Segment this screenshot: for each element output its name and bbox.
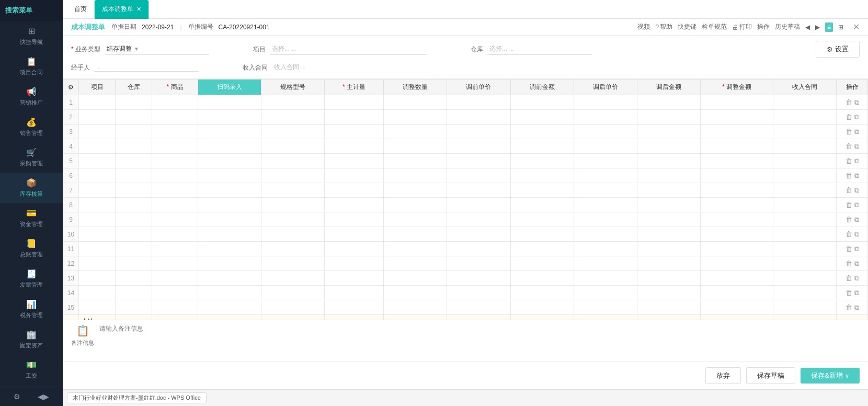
delete-row-btn[interactable]: 🗑 xyxy=(846,260,852,268)
cell-before-price[interactable] xyxy=(447,183,510,198)
cell-after-amount[interactable] xyxy=(637,242,701,256)
cell-after-price[interactable] xyxy=(574,227,637,242)
copy-row-btn[interactable]: ⧉ xyxy=(854,216,859,224)
cell-unit[interactable] xyxy=(325,256,384,271)
cell-before-amount[interactable] xyxy=(510,212,574,227)
cell-after-amount[interactable] xyxy=(637,227,701,242)
cell-unit[interactable] xyxy=(325,271,384,286)
cell-project[interactable] xyxy=(79,110,116,125)
cell-adjust-qty[interactable] xyxy=(383,227,447,242)
cell-warehouse[interactable] xyxy=(116,242,152,256)
delete-row-btn[interactable]: 🗑 xyxy=(846,289,852,297)
cell-before-price[interactable] xyxy=(447,139,510,154)
print-btn[interactable]: 🖨 打印 xyxy=(732,22,752,31)
cell-scan[interactable] xyxy=(198,168,261,183)
cell-spec[interactable] xyxy=(261,183,324,198)
cell-warehouse[interactable] xyxy=(116,271,152,286)
cell-adjust-amount[interactable] xyxy=(701,198,773,212)
cell-product[interactable] xyxy=(152,168,198,183)
sidebar-item-invoice[interactable]: 🧾发票管理 xyxy=(0,264,63,294)
notes-input[interactable] xyxy=(99,324,860,339)
cell-adjust-amount[interactable] xyxy=(701,183,773,198)
cell-scan[interactable] xyxy=(198,271,261,286)
business-type-value[interactable]: 结存调整 ▼ xyxy=(105,43,209,55)
cell-spec[interactable] xyxy=(261,286,324,300)
cell-adjust-amount[interactable] xyxy=(701,125,773,139)
delete-row-btn[interactable]: 🗑 xyxy=(846,172,852,180)
sidebar-logo[interactable]: 搜索菜单 xyxy=(0,0,63,21)
settings-icon[interactable]: ⚙ xyxy=(14,392,20,401)
cell-before-price[interactable] xyxy=(447,256,510,271)
cell-scan[interactable] xyxy=(198,242,261,256)
sidebar-item-tax[interactable]: 📊税务管理 xyxy=(0,294,63,324)
cell-income-contract[interactable] xyxy=(773,125,836,139)
shortcut-btn[interactable]: 快捷键 xyxy=(678,22,696,31)
cell-income-contract[interactable] xyxy=(773,139,836,154)
cell-product[interactable] xyxy=(152,212,198,227)
tab-close-icon[interactable]: ✕ xyxy=(136,6,141,13)
cell-unit[interactable] xyxy=(325,154,384,168)
cell-income-contract[interactable] xyxy=(773,198,836,212)
cell-after-price[interactable] xyxy=(574,286,637,300)
cell-before-price[interactable] xyxy=(447,154,510,168)
cell-after-amount[interactable] xyxy=(637,95,701,110)
cell-after-price[interactable] xyxy=(574,183,637,198)
cell-project[interactable] xyxy=(79,271,116,286)
cell-income-contract[interactable] xyxy=(773,95,836,110)
cell-project[interactable] xyxy=(79,198,116,212)
cell-before-amount[interactable] xyxy=(510,110,574,125)
cell-before-amount[interactable] xyxy=(510,154,574,168)
cell-after-amount[interactable] xyxy=(637,300,701,315)
cell-warehouse[interactable] xyxy=(116,256,152,271)
cell-after-price[interactable] xyxy=(574,256,637,271)
cell-scan[interactable] xyxy=(198,227,261,242)
cell-income-contract[interactable] xyxy=(773,286,836,300)
cell-before-amount[interactable] xyxy=(510,125,574,139)
cell-adjust-qty[interactable] xyxy=(383,95,447,110)
cell-income-contract[interactable] xyxy=(773,242,836,256)
cell-income-contract[interactable] xyxy=(773,154,836,168)
cell-unit[interactable] xyxy=(325,227,384,242)
cell-scan[interactable] xyxy=(198,183,261,198)
cell-scan[interactable] xyxy=(198,154,261,168)
cell-adjust-qty[interactable] xyxy=(383,242,447,256)
cell-after-price[interactable] xyxy=(574,139,637,154)
copy-row-btn[interactable]: ⧉ xyxy=(854,142,859,151)
cell-product[interactable] xyxy=(152,139,198,154)
cell-adjust-amount[interactable] xyxy=(701,212,773,227)
copy-row-btn[interactable]: ⧉ xyxy=(854,260,859,268)
cell-scan[interactable] xyxy=(198,286,261,300)
cell-adjust-qty[interactable] xyxy=(383,154,447,168)
sidebar-item-payroll[interactable]: 💵工资 xyxy=(0,355,63,385)
cell-project[interactable] xyxy=(79,242,116,256)
layout-btn1[interactable]: ≡ xyxy=(825,22,833,32)
cell-product[interactable] xyxy=(152,242,198,256)
cell-before-price[interactable] xyxy=(447,227,510,242)
cell-product[interactable] xyxy=(152,227,198,242)
cell-unit[interactable] xyxy=(325,183,384,198)
cell-before-amount[interactable] xyxy=(510,256,574,271)
cell-project[interactable] xyxy=(79,212,116,227)
cell-scan[interactable] xyxy=(198,212,261,227)
cell-unit[interactable] xyxy=(325,139,384,154)
cell-scan[interactable] xyxy=(198,300,261,315)
sidebar-item-inventory[interactable]: 📦库存核算 xyxy=(0,173,63,203)
cell-after-amount[interactable] xyxy=(637,110,701,125)
view-btn[interactable]: 视频 xyxy=(637,22,650,31)
cell-warehouse[interactable] xyxy=(116,300,152,315)
cell-adjust-qty[interactable] xyxy=(383,139,447,154)
delete-row-btn[interactable]: 🗑 xyxy=(846,157,852,165)
cell-project[interactable] xyxy=(79,125,116,139)
cell-before-amount[interactable] xyxy=(510,286,574,300)
save-new-button[interactable]: 保存&新增 ∨ xyxy=(801,368,860,384)
copy-row-btn[interactable]: ⧉ xyxy=(854,274,859,283)
cell-income-contract[interactable] xyxy=(773,212,836,227)
delete-row-btn[interactable]: 🗑 xyxy=(846,303,852,312)
cell-scan[interactable] xyxy=(198,125,261,139)
cell-income-contract[interactable] xyxy=(773,110,836,125)
cell-after-price[interactable] xyxy=(574,154,637,168)
cell-after-amount[interactable] xyxy=(637,256,701,271)
cell-before-price[interactable] xyxy=(447,110,510,125)
cell-before-amount[interactable] xyxy=(510,139,574,154)
cell-product[interactable] xyxy=(152,300,198,315)
